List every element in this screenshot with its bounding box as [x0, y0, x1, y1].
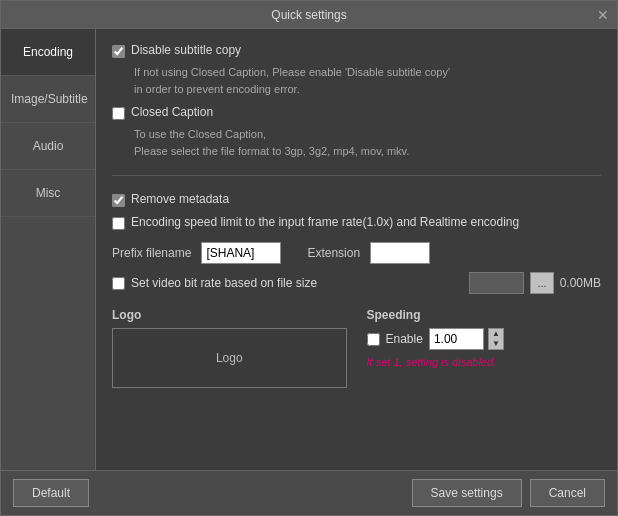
closed-caption-desc: To use the Closed Caption, Please select…: [134, 126, 601, 159]
logo-section: Logo Logo: [112, 308, 347, 388]
extension-label: Extension: [307, 246, 360, 260]
set-bit-rate-label[interactable]: Set video bit rate based on file size: [131, 276, 317, 290]
sidebar-item-encoding[interactable]: Encoding: [1, 29, 95, 76]
remove-metadata-row: Remove metadata: [112, 192, 601, 207]
extension-input[interactable]: [370, 242, 430, 264]
sidebar: Encoding Image/Subtitle Audio Misc: [1, 29, 96, 470]
encoding-speed-limit-row: Encoding speed limit to the input frame …: [112, 215, 601, 230]
remove-metadata-label[interactable]: Remove metadata: [131, 192, 229, 206]
quick-settings-window: Quick settings ✕ Encoding Image/Subtitle…: [0, 0, 618, 516]
prefix-label: Prefix filename: [112, 246, 191, 260]
sidebar-item-misc[interactable]: Misc: [1, 170, 95, 217]
default-button[interactable]: Default: [13, 479, 89, 507]
disable-subtitle-row: Disable subtitle copy: [112, 43, 601, 58]
speeding-section: Speeding Enable ▲ ▼ If set 1, setting is: [367, 308, 602, 388]
prefix-extension-row: Prefix filename Extension: [112, 242, 601, 264]
browse-button[interactable]: ...: [530, 272, 553, 294]
speeding-warning: If set 1, setting is disabled.: [367, 356, 602, 368]
separator-1: [112, 175, 601, 176]
speeding-enable-label[interactable]: Enable: [386, 332, 423, 346]
title-bar: Quick settings ✕: [1, 1, 617, 29]
save-settings-button[interactable]: Save settings: [412, 479, 522, 507]
sidebar-item-audio[interactable]: Audio: [1, 123, 95, 170]
window-title: Quick settings: [271, 8, 346, 22]
cancel-button[interactable]: Cancel: [530, 479, 605, 507]
speeding-title: Speeding: [367, 308, 602, 322]
speeding-value-input[interactable]: [429, 328, 484, 350]
speeding-enable-row: Enable ▲ ▼: [367, 328, 602, 350]
file-size-display-area: [469, 272, 524, 294]
closed-caption-section: Closed Caption To use the Closed Caption…: [112, 105, 601, 159]
set-bit-rate-checkbox[interactable]: [112, 277, 125, 290]
disable-subtitle-section: Disable subtitle copy If not using Close…: [112, 43, 601, 97]
file-size-value: 0.00MB: [560, 276, 601, 290]
logo-button[interactable]: Logo: [216, 351, 243, 365]
speeding-spinner: ▲ ▼: [488, 328, 504, 350]
disable-subtitle-desc: If not using Closed Caption, Please enab…: [134, 64, 601, 97]
speeding-down-button[interactable]: ▼: [489, 339, 503, 349]
content-area: Encoding Image/Subtitle Audio Misc Disab…: [1, 29, 617, 470]
bottom-bar: Default Save settings Cancel: [1, 470, 617, 515]
closed-caption-label[interactable]: Closed Caption: [131, 105, 213, 119]
logo-speeding-row: Logo Logo Speeding Enable ▲: [112, 308, 601, 388]
logo-title: Logo: [112, 308, 347, 322]
encoding-speed-limit-checkbox[interactable]: [112, 217, 125, 230]
closed-caption-checkbox[interactable]: [112, 107, 125, 120]
disable-subtitle-checkbox[interactable]: [112, 45, 125, 58]
speeding-enable-checkbox[interactable]: [367, 333, 380, 346]
logo-button-area[interactable]: Logo: [112, 328, 347, 388]
speeding-input-row: ▲ ▼: [429, 328, 504, 350]
encoding-speed-limit-label[interactable]: Encoding speed limit to the input frame …: [131, 215, 519, 229]
remove-metadata-checkbox[interactable]: [112, 194, 125, 207]
close-button[interactable]: ✕: [597, 8, 609, 22]
speeding-up-button[interactable]: ▲: [489, 329, 503, 339]
disable-subtitle-label[interactable]: Disable subtitle copy: [131, 43, 241, 57]
prefix-input[interactable]: [201, 242, 281, 264]
main-panel: Disable subtitle copy If not using Close…: [96, 29, 617, 470]
file-size-row: Set video bit rate based on file size ..…: [112, 272, 601, 294]
sidebar-item-image-subtitle[interactable]: Image/Subtitle: [1, 76, 95, 123]
closed-caption-row: Closed Caption: [112, 105, 601, 120]
